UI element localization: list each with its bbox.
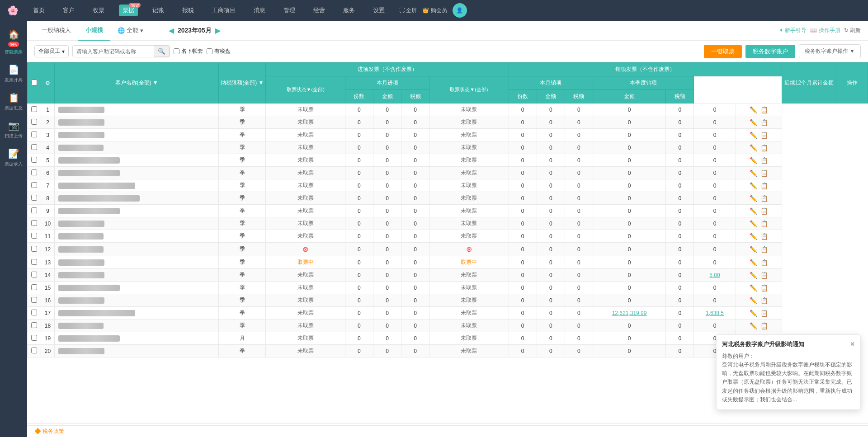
edit-btn[interactable]: ✏️ xyxy=(750,157,757,164)
nav-manage[interactable]: 管理 xyxy=(280,5,299,16)
season-amount-value[interactable]: 12,621,319.99 xyxy=(612,310,647,316)
edit-btn[interactable]: ✏️ xyxy=(750,169,757,177)
sidebar-item-ticket[interactable]: 🏠 new 智能票票 xyxy=(0,24,27,60)
row-checkbox[interactable] xyxy=(31,119,37,125)
copy-btn[interactable]: 📋 xyxy=(760,106,768,113)
nav-receive[interactable]: 收票 xyxy=(89,5,108,16)
copy-btn[interactable]: 📋 xyxy=(760,132,768,139)
row-checkbox[interactable] xyxy=(31,182,37,188)
row-checkbox[interactable] xyxy=(31,348,37,353)
search-button[interactable]: 🔍 xyxy=(154,46,170,57)
row-checkbox[interactable] xyxy=(31,297,37,303)
copy-btn[interactable]: 📋 xyxy=(760,297,768,304)
sidebar-item-summary[interactable]: 📋 票据汇总 xyxy=(0,88,27,116)
copy-btn[interactable]: 📋 xyxy=(760,259,768,266)
nav-settings[interactable]: 设置 xyxy=(369,5,388,16)
date-prev-btn[interactable]: ◀ xyxy=(169,26,174,35)
th-out-status[interactable]: 取票状态▼(全部) xyxy=(429,76,509,103)
row-checkbox[interactable] xyxy=(31,220,37,226)
search-input[interactable] xyxy=(73,47,154,56)
th-settings[interactable]: ⚙ xyxy=(41,63,55,103)
copy-btn[interactable]: 📋 xyxy=(760,233,768,240)
edit-btn[interactable]: ✏️ xyxy=(750,132,757,139)
row-checkbox[interactable] xyxy=(31,144,37,150)
tax-digital-account-ops-btn[interactable]: 税务数字账户操作 ▼ xyxy=(799,44,861,58)
has-tax-checkbox[interactable] xyxy=(207,48,212,54)
nav-ticket[interactable]: 票据 new xyxy=(119,5,138,16)
row-checkbox[interactable] xyxy=(31,335,37,341)
sidebar-item-scan[interactable]: 📷 扫描上传 xyxy=(0,116,27,144)
fullscreen-btn[interactable]: ⛶ 全屏 xyxy=(399,7,417,14)
manual-btn[interactable]: 📖 操作手册 xyxy=(810,27,840,34)
copy-btn[interactable]: 📋 xyxy=(760,284,768,291)
last12-value[interactable]: 1,638.5 xyxy=(706,310,724,316)
tax-policy-link[interactable]: 🔶 税务政策 xyxy=(34,428,64,435)
row-checkbox[interactable] xyxy=(31,284,37,290)
user-avatar[interactable]: 👤 xyxy=(453,3,467,18)
refresh-btn[interactable]: ↻ 刷新 xyxy=(844,27,861,34)
copy-btn[interactable]: 📋 xyxy=(760,207,768,215)
nav-message[interactable]: 消息 xyxy=(250,5,269,16)
row-checkbox[interactable] xyxy=(31,106,37,112)
sidebar-item-invoice[interactable]: 📄 发票开具 xyxy=(0,60,27,88)
copy-btn[interactable]: 📋 xyxy=(760,246,768,253)
copy-btn[interactable]: 📋 xyxy=(760,119,768,126)
row-checkbox[interactable] xyxy=(31,322,37,328)
row-checkbox[interactable] xyxy=(31,233,37,239)
edit-btn[interactable]: ✏️ xyxy=(750,207,757,215)
tax-digital-account-btn[interactable]: 税务数字账户 xyxy=(745,45,795,58)
copy-btn[interactable]: 📋 xyxy=(760,182,768,189)
edit-btn[interactable]: ✏️ xyxy=(750,272,757,279)
row-checkbox[interactable] xyxy=(31,310,37,315)
copy-btn[interactable]: 📋 xyxy=(760,272,768,279)
row-checkbox[interactable] xyxy=(31,169,37,175)
copy-btn[interactable]: 📋 xyxy=(760,169,768,177)
row-checkbox[interactable] xyxy=(31,259,37,265)
notification-close-btn[interactable]: ✕ xyxy=(850,341,855,348)
edit-btn[interactable]: ✏️ xyxy=(750,259,757,266)
th-in-status[interactable]: 取票状态▼(全部) xyxy=(266,76,345,103)
new-guide-btn[interactable]: ✦ 新手引导 xyxy=(779,27,807,34)
edit-btn[interactable]: ✏️ xyxy=(750,220,757,227)
edit-btn[interactable]: ✏️ xyxy=(750,182,757,189)
nav-home[interactable]: 首页 xyxy=(29,5,48,16)
nav-tax[interactable]: 报税 xyxy=(179,5,198,16)
row-checkbox[interactable] xyxy=(31,272,37,277)
nav-client[interactable]: 客户 xyxy=(59,5,78,16)
tab-general-taxpayer[interactable]: 一般纳税人 xyxy=(34,21,78,41)
edit-btn[interactable]: ✏️ xyxy=(750,284,757,291)
tab-small-scale[interactable]: 小规模 xyxy=(78,21,110,41)
tab-full-ability[interactable]: 🌐 全能 ▾ xyxy=(110,21,151,41)
copy-btn[interactable]: 📋 xyxy=(760,157,768,164)
nav-business[interactable]: 工商项目 xyxy=(208,5,239,16)
copy-btn[interactable]: 📋 xyxy=(760,322,768,329)
edit-btn[interactable]: ✏️ xyxy=(750,322,757,329)
row-checkbox[interactable] xyxy=(31,157,37,163)
edit-btn[interactable]: ✏️ xyxy=(750,119,757,126)
member-btn[interactable]: 👑 购会员 xyxy=(422,7,447,14)
copy-btn[interactable]: 📋 xyxy=(760,310,768,317)
employee-select[interactable]: 全部员工 ▾ xyxy=(34,45,69,57)
row-checkbox[interactable] xyxy=(31,207,37,213)
copy-btn[interactable]: 📋 xyxy=(760,220,768,227)
date-next-btn[interactable]: ▶ xyxy=(215,26,221,35)
edit-btn[interactable]: ✏️ xyxy=(750,246,757,253)
edit-btn[interactable]: ✏️ xyxy=(750,297,757,304)
edit-btn[interactable]: ✏️ xyxy=(750,144,757,151)
select-all-checkbox[interactable] xyxy=(31,80,37,85)
copy-btn[interactable]: 📋 xyxy=(760,195,768,202)
edit-btn[interactable]: ✏️ xyxy=(750,195,757,202)
under-ledger-checkbox[interactable] xyxy=(174,48,179,54)
edit-btn[interactable]: ✏️ xyxy=(750,233,757,240)
row-checkbox[interactable] xyxy=(31,132,37,137)
one-key-ticket-btn[interactable]: 一键取票 xyxy=(704,45,742,58)
copy-btn[interactable]: 📋 xyxy=(760,144,768,151)
row-checkbox[interactable] xyxy=(31,195,37,201)
edit-btn[interactable]: ✏️ xyxy=(750,310,757,317)
row-checkbox[interactable] xyxy=(31,246,37,252)
nav-service[interactable]: 服务 xyxy=(340,5,359,16)
under-ledger-checkbox-label[interactable]: 名下帐套 xyxy=(174,47,203,55)
sidebar-item-entry[interactable]: 📝 票据录入 xyxy=(0,144,27,172)
has-tax-checkbox-label[interactable]: 有税盘 xyxy=(207,47,231,55)
edit-btn[interactable]: ✏️ xyxy=(750,106,757,113)
